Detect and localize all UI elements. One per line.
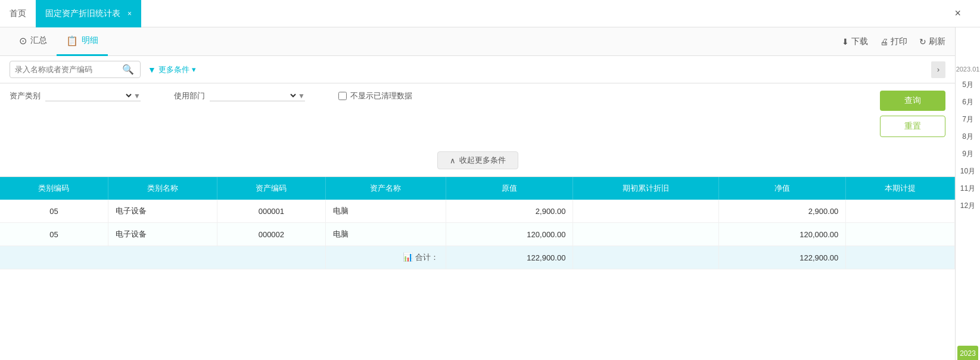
cell-category-name: 电子设备: [108, 223, 217, 246]
tab-detail-label: 明细: [82, 35, 98, 46]
sidebar-month-item[interactable]: 6月: [958, 94, 978, 111]
col-current-depreciation: 本期计提: [846, 177, 955, 200]
cell-original-value: 2,900.00: [446, 200, 573, 223]
cell-asset-name: 电脑: [326, 223, 446, 246]
search-input[interactable]: [15, 65, 122, 74]
total-net-value: 122,900.00: [718, 246, 846, 269]
cell-category-code: 05: [0, 223, 108, 246]
cell-asset-code: 000002: [217, 223, 326, 246]
sidebar-year-label[interactable]: 2023: [957, 346, 978, 360]
sidebar-months: 5月6月7月8月9月10月11月12月: [958, 76, 978, 215]
main-content: ⊙ 汇总 📋 明细 ⬇ 下载 🖨 打印 ↻ 刷新: [0, 27, 980, 360]
collapse-panel-button[interactable]: ›: [931, 61, 945, 78]
download-button[interactable]: ⬇ 下载: [842, 36, 868, 47]
sidebar-month-item[interactable]: 9月: [958, 145, 978, 163]
collapse-more-button[interactable]: ∧ 收起更多条件: [437, 151, 518, 169]
hide-cleared-checkbox[interactable]: [338, 92, 347, 100]
download-label: 下载: [851, 36, 868, 47]
cell-net-value: 2,900.00: [718, 200, 846, 223]
col-net-value: 净值: [718, 177, 846, 200]
sidebar-month-item[interactable]: 12月: [958, 197, 978, 215]
filter-row: 资产类别 ▼ 使用部门 ▼: [10, 91, 870, 101]
detail-icon: 📋: [66, 35, 78, 46]
tab-title: 固定资产折旧统计表: [45, 8, 120, 19]
search-bar: 🔍 ▼ 更多条件 ▾ ›: [0, 56, 955, 83]
total-icon-cell: [0, 246, 326, 269]
query-button[interactable]: 查询: [880, 91, 945, 111]
refresh-button[interactable]: ↻ 刷新: [919, 36, 945, 47]
filter-area: 资产类别 ▼ 使用部门 ▼: [0, 83, 955, 177]
collapse-up-icon: ∧: [450, 156, 456, 165]
department-select[interactable]: [210, 91, 298, 101]
search-input-wrap: 🔍: [10, 61, 141, 78]
top-navigation: 首页 固定资产折旧统计表 × ×: [0, 0, 980, 27]
right-sidebar: 2023.01 5月6月7月8月9月10月11月12月 2023: [955, 27, 980, 360]
collapse-more-label: 收起更多条件: [459, 155, 506, 166]
cell-accum-depreciation: [573, 223, 718, 246]
cell-asset-name: 电脑: [326, 200, 446, 223]
print-icon: 🖨: [880, 37, 888, 46]
sidebar-date-label: 2023.01: [954, 63, 980, 75]
active-tab[interactable]: 固定资产折旧统计表 ×: [36, 0, 141, 27]
table-total-row: 📊合计： 122,900.00 122,900.00: [0, 246, 955, 269]
tab-summary-label: 汇总: [30, 35, 47, 46]
sidebar-month-item[interactable]: 8月: [958, 128, 978, 145]
print-label: 打印: [891, 36, 907, 47]
cell-category-name: 电子设备: [108, 200, 217, 223]
download-icon: ⬇: [842, 37, 849, 46]
table-row: 05 电子设备 000001 电脑 2,900.00 2,900.00: [0, 200, 955, 223]
asset-category-select-wrap: ▼: [45, 91, 141, 101]
chevron-down-icon: ▾: [192, 65, 196, 74]
data-table: 类别编码 类别名称 资产编码 资产名称 原值 期初累计折旧 净值 本期计提 05…: [0, 177, 955, 269]
cell-accum-depreciation: [573, 200, 718, 223]
col-asset-code: 资产编码: [217, 177, 326, 200]
tab-close-icon[interactable]: ×: [127, 10, 132, 18]
col-accum-depreciation: 期初累计折旧: [573, 177, 718, 200]
sidebar-month-item[interactable]: 10月: [958, 163, 978, 180]
asset-category-label: 资产类别: [10, 91, 41, 101]
sidebar-month-item[interactable]: 11月: [958, 180, 978, 197]
total-label: 📊合计：: [326, 246, 446, 269]
cell-category-code: 05: [0, 200, 108, 223]
filter-buttons: 查询 重置: [880, 91, 945, 137]
department-chevron-icon: ▼: [298, 92, 305, 100]
col-asset-name: 资产名称: [326, 177, 446, 200]
cell-asset-code: 000001: [217, 200, 326, 223]
total-original-value: 122,900.00: [446, 246, 573, 269]
sidebar-month-item[interactable]: 5月: [958, 76, 978, 94]
reset-button[interactable]: 重置: [880, 116, 945, 137]
more-conditions-toggle[interactable]: ▼ 更多条件 ▾: [148, 64, 196, 75]
collapse-more-area: ∧ 收起更多条件: [10, 147, 945, 169]
total-accum-depreciation: [573, 246, 718, 269]
department-select-wrap: ▼: [210, 91, 305, 101]
department-label: 使用部门: [174, 91, 205, 101]
asset-category-chevron-icon: ▼: [133, 92, 141, 100]
cell-net-value: 120,000.00: [718, 223, 846, 246]
home-link[interactable]: 首页: [10, 8, 36, 19]
cell-original-value: 120,000.00: [446, 223, 573, 246]
filter-icon: ▼: [148, 65, 156, 75]
refresh-icon: ↻: [919, 37, 926, 46]
table-row: 05 电子设备 000002 电脑 120,000.00 120,000.00: [0, 223, 955, 246]
col-category-code: 类别编码: [0, 177, 108, 200]
tab-detail[interactable]: 📋 明细: [57, 27, 108, 56]
summary-icon: ⊙: [19, 35, 27, 46]
total-current-depreciation: [846, 246, 955, 269]
hide-cleared-label: 不显示已清理数据: [350, 91, 412, 101]
data-table-wrap: 类别编码 类别名称 资产编码 资产名称 原值 期初累计折旧 净值 本期计提 05…: [0, 177, 955, 360]
department-field: 使用部门 ▼: [174, 91, 305, 101]
more-conditions-label: 更多条件: [158, 64, 189, 75]
print-button[interactable]: 🖨 打印: [880, 36, 907, 47]
col-category-name: 类别名称: [108, 177, 217, 200]
tab-summary[interactable]: ⊙ 汇总: [10, 27, 57, 56]
refresh-label: 刷新: [929, 36, 945, 47]
window-close-icon[interactable]: ×: [945, 7, 970, 20]
cell-current-depreciation: [846, 200, 955, 223]
asset-category-select[interactable]: [45, 91, 133, 101]
sidebar-month-item[interactable]: 7月: [958, 111, 978, 128]
left-panel: ⊙ 汇总 📋 明细 ⬇ 下载 🖨 打印 ↻ 刷新: [0, 27, 955, 360]
search-icon[interactable]: 🔍: [122, 64, 134, 75]
cell-current-depreciation: [846, 223, 955, 246]
asset-category-field: 资产类别 ▼: [10, 91, 141, 101]
sub-tabs-bar: ⊙ 汇总 📋 明细 ⬇ 下载 🖨 打印 ↻ 刷新: [0, 27, 955, 56]
